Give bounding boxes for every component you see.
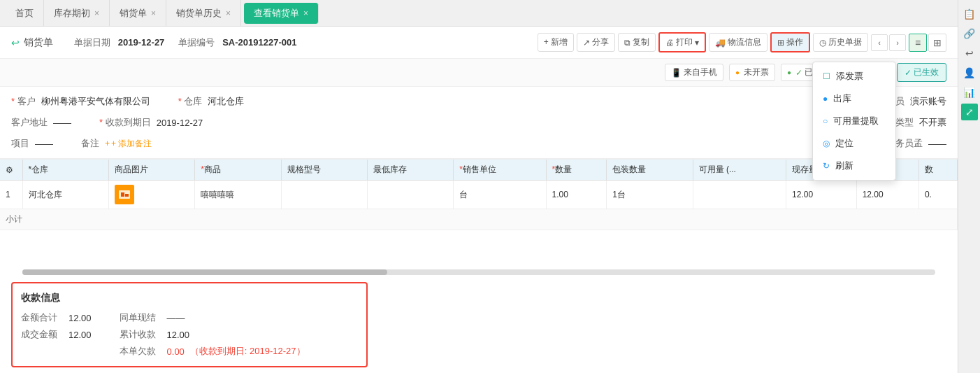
invoice-value: 不开票 — [919, 116, 946, 129]
dropdown-item-add-invoice[interactable]: ☐ 添发票 — [813, 65, 895, 87]
copy-icon: ⧉ — [624, 38, 630, 48]
row-spec — [281, 181, 367, 209]
customer-field: 客户 柳州粤港平安气体有限公司 — [11, 95, 150, 108]
outbound-icon: ● — [823, 94, 828, 104]
copy-button[interactable]: ⧉ 复制 — [618, 33, 656, 52]
subtotal-label: 小计 — [0, 209, 958, 230]
payment-date-field: 收款到期日 2019-12-27 — [99, 116, 203, 129]
sidebar-icon-undo[interactable]: ↩ — [961, 45, 978, 62]
sidebar-icon-user[interactable]: 👤 — [961, 64, 978, 81]
share-icon: ↗ — [583, 38, 590, 48]
row-qty: 1.00 — [546, 181, 607, 209]
truck-icon: 🚚 — [715, 38, 726, 48]
cumulative-value: 12.00 — [167, 330, 190, 340]
row-price: 12.00 — [856, 181, 918, 209]
grid-view-button[interactable]: ⊞ — [928, 34, 946, 52]
same-order-label: 同单现结 — [120, 311, 161, 324]
print-dropdown-arrow: ▾ — [695, 38, 699, 48]
from-phone-button[interactable]: 📱 来自手机 — [665, 64, 723, 81]
print-icon: 🖨 — [665, 38, 674, 48]
tab-sales-history-close[interactable]: × — [226, 8, 231, 18]
row-image — [108, 181, 194, 209]
tab-sales[interactable]: 销货单 × — [110, 0, 166, 27]
customer-value: 柳州粤港平安气体有限公司 — [41, 95, 150, 108]
table-scrollbar[interactable] — [22, 269, 935, 275]
col-amount: 数 — [918, 160, 957, 181]
row-amount: 0. — [918, 181, 957, 209]
subtotal-row: 小计 — [0, 209, 958, 230]
dropdown-item-available-qty[interactable]: ○ 可用量提取 — [813, 110, 895, 132]
col-pkg-qty: 包装数量 — [607, 160, 693, 181]
tab-inventory-close[interactable]: × — [94, 8, 99, 18]
history-button[interactable]: ◷ 历史单据 — [813, 33, 868, 52]
svg-rect-1 — [121, 192, 124, 197]
check-icon: ✓ — [795, 68, 802, 78]
cumulative-label: 累计收款 — [120, 328, 161, 341]
next-button[interactable]: › — [889, 34, 906, 51]
sidebar-icon-link[interactable]: 🔗 — [961, 25, 978, 42]
arrears-value: 0.00 — [167, 346, 185, 357]
list-view-button[interactable]: ≡ — [909, 34, 927, 52]
effective-check-icon: ✓ — [905, 68, 911, 78]
table-scrollbar-area — [0, 268, 958, 276]
sidebar-icon-expand[interactable]: ⤢ — [961, 104, 978, 120]
col-min-stock: 最低库存 — [367, 160, 453, 181]
logistics-button[interactable]: 🚚 物流信息 — [709, 33, 768, 52]
tab-sales-history[interactable]: 销货单历史 × — [166, 0, 241, 27]
tab-view-sales-close[interactable]: × — [303, 8, 308, 18]
payment-section: 收款信息 金额合计 12.00 成交金额 12.00 同单现结 —— — [11, 282, 368, 367]
tab-view-sales[interactable]: 查看销货单 × — [244, 3, 319, 24]
tab-sales-close[interactable]: × — [151, 8, 156, 18]
deal-amount-label: 成交金额 — [21, 328, 63, 341]
tab-home[interactable]: 首页 — [6, 0, 44, 27]
not-open-button[interactable]: 未开票 — [729, 64, 775, 81]
plus-icon: + — [105, 139, 110, 148]
prev-button[interactable]: ‹ — [871, 34, 888, 51]
deal-amount-value: 12.00 — [69, 330, 92, 340]
dropdown-item-outbound[interactable]: ● 出库 — [813, 87, 895, 110]
operations-button[interactable]: ⊞ 操作 — [770, 32, 810, 52]
arrears-label: 本单欠款 — [120, 345, 161, 358]
view-toggle: ≡ ⊞ — [909, 34, 946, 52]
locate-icon: ◎ — [823, 139, 830, 148]
share-button[interactable]: ↗ 分享 — [577, 33, 615, 52]
tab-inventory[interactable]: 库存期初 × — [44, 0, 110, 27]
print-button[interactable]: 🖨 打印 ▾ — [658, 32, 706, 52]
salesperson-value: 演示账号 — [910, 95, 946, 108]
doc-title-area: ↩ 销货单 — [11, 36, 74, 49]
tab-sales-label: 销货单 — [120, 7, 147, 20]
address-label: 客户地址 — [11, 116, 48, 129]
add-note-button[interactable]: + + 添加备注 — [105, 138, 152, 150]
doc-type-label: 销货单 — [24, 36, 53, 49]
dropdown-item-refresh[interactable]: ↻ 刷新 — [813, 155, 895, 177]
nav-arrows: ‹ › — [871, 34, 906, 51]
warehouse-value: 河北仓库 — [208, 95, 244, 108]
toolbar: + 新增 ↗ 分享 ⧉ 复制 🖨 打印 ▾ 🚚 物流信息 — [538, 32, 946, 52]
document-header: ↩ 销货单 单据日期 2019-12-27 单据编号 SA-20191227-0… — [0, 27, 958, 59]
cumulative-row: 累计收款 12.00 — [120, 328, 305, 341]
salesperson2-value: —— — [928, 139, 946, 149]
sidebar-icon-clipboard[interactable]: 📋 — [961, 6, 978, 22]
payment-title: 收款信息 — [21, 292, 358, 304]
col-qty: *数量 — [546, 160, 607, 181]
row-min-stock — [367, 181, 453, 209]
add-invoice-icon: ☐ — [823, 71, 830, 81]
row-stock: 12.00 — [786, 181, 857, 209]
new-button[interactable]: + 新增 — [538, 33, 574, 52]
effective-badge[interactable]: ✓ 已生效 — [897, 63, 946, 82]
phone-icon: 📱 — [671, 68, 682, 78]
sidebar-icon-chart[interactable]: 📊 — [961, 84, 978, 101]
form-row-3: 项目 —— 备注 + + 添加备注 业务员孟 —— — [11, 137, 946, 150]
doc-date-label: 单据日期 2019-12-27 — [74, 36, 164, 49]
payment-date-label: 收款到期日 — [99, 116, 151, 129]
dropdown-item-locate[interactable]: ◎ 定位 — [813, 132, 895, 155]
gear-icon[interactable]: ⚙ — [6, 165, 13, 175]
tab-view-sales-label: 查看销货单 — [254, 7, 299, 20]
table-scroll-thumb — [22, 269, 387, 275]
operations-icon: ⊞ — [777, 38, 784, 48]
warehouse-label: 仓库 — [178, 95, 203, 108]
form-row-1: 客户 柳州粤港平安气体有限公司 仓库 河北仓库 业务员 演示账号 — [11, 95, 946, 108]
col-gear: ⚙ — [0, 160, 22, 181]
same-order-row: 同单现结 —— — [120, 311, 305, 324]
payment-rows: 金额合计 12.00 成交金额 12.00 同单现结 —— 累计收款 — [21, 311, 358, 358]
